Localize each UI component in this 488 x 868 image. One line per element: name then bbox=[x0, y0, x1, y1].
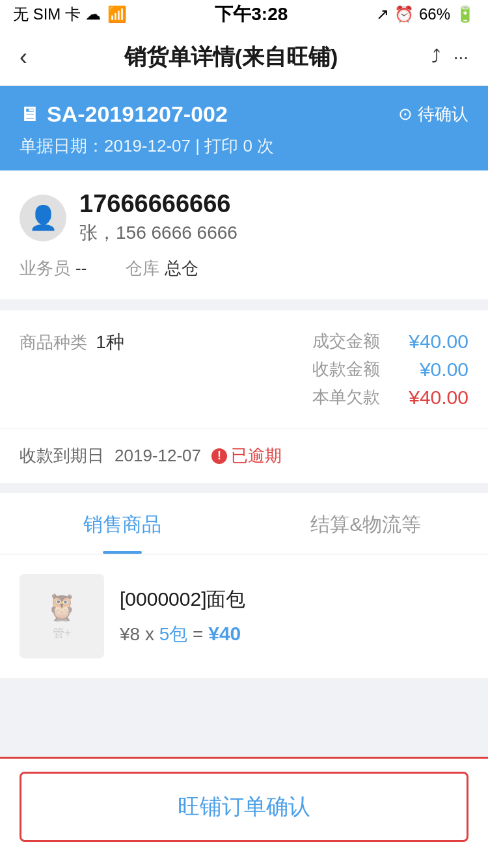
tab-products[interactable]: 销售商品 bbox=[0, 493, 244, 554]
location-icon: ↗ bbox=[376, 5, 389, 23]
product-thumbnail: 🦉 管+ bbox=[20, 574, 104, 658]
payment-label: 收款金额 bbox=[312, 358, 380, 381]
battery-icon: 🔋 bbox=[455, 5, 475, 23]
status-clock-icon: ⊙ bbox=[398, 104, 413, 124]
share-button[interactable]: ⤴ bbox=[431, 47, 441, 68]
more-button[interactable]: ··· bbox=[454, 47, 468, 68]
customer-phone: 17666666666 bbox=[79, 190, 237, 218]
avatar: 👤 bbox=[20, 195, 66, 241]
transaction-label: 成交金额 bbox=[312, 330, 380, 353]
debt-label: 本单欠款 bbox=[312, 386, 380, 409]
product-equals: = bbox=[193, 624, 208, 644]
salesperson-value: -- bbox=[75, 258, 87, 278]
order-icon: 🖥 bbox=[20, 103, 39, 126]
avatar-icon: 👤 bbox=[29, 204, 58, 232]
nav-actions: ⤴ ··· bbox=[403, 47, 468, 68]
thumb-inner: 🦉 管+ bbox=[46, 592, 78, 641]
order-id-section: 🖥 SA-20191207-002 bbox=[20, 102, 228, 127]
product-list: 🦉 管+ [0000002]面包 ¥8 x 5包 = ¥40 bbox=[0, 554, 488, 679]
battery-label: 66% bbox=[419, 5, 450, 23]
product-qty: 5包 bbox=[159, 624, 188, 644]
back-button[interactable]: ‹ bbox=[20, 44, 59, 71]
salesperson-label: 业务员 bbox=[20, 257, 70, 280]
tab-settlement-label: 结算&物流等 bbox=[310, 513, 421, 535]
transaction-amount: ¥40.00 bbox=[390, 331, 468, 353]
order-status-label: 待确认 bbox=[418, 103, 468, 126]
overdue-badge: ! 已逾期 bbox=[211, 444, 282, 467]
order-id-text: SA-20191207-002 bbox=[47, 102, 228, 127]
product-name: [0000002]面包 bbox=[120, 586, 468, 613]
product-info: [0000002]面包 ¥8 x 5包 = ¥40 bbox=[120, 586, 468, 647]
product-unit-price: ¥8 bbox=[120, 624, 140, 644]
order-status: ⊙ 待确认 bbox=[398, 103, 468, 126]
overdue-label: 已逾期 bbox=[231, 444, 282, 467]
tab-products-label: 销售商品 bbox=[83, 513, 161, 535]
order-date: 单据日期：2019-12-07 | 打印 0 次 bbox=[20, 135, 468, 157]
sim-label: 无 SIM 卡 ☁ bbox=[13, 4, 101, 25]
product-total: ¥40 bbox=[208, 623, 241, 644]
status-right: ↗ ⏰ 66% 🔋 bbox=[376, 5, 475, 23]
alarm-icon: ⏰ bbox=[394, 5, 414, 23]
warehouse-label: 仓库 bbox=[126, 257, 159, 280]
product-types-label: 商品种类 bbox=[20, 332, 87, 352]
page-title: 销货单详情(来自旺铺) bbox=[59, 42, 403, 72]
customer-name: 张，156 6666 6666 bbox=[79, 221, 237, 245]
product-price-row: ¥8 x 5包 = ¥40 bbox=[120, 622, 468, 647]
product-count: 1种 bbox=[96, 332, 124, 352]
tab-settlement[interactable]: 结算&物流等 bbox=[244, 493, 488, 554]
debt-amount: ¥40.00 bbox=[390, 387, 468, 409]
bottom-bar: 旺铺订单确认 bbox=[0, 757, 488, 868]
due-date-section: 收款到期日 2019-12-07 ! 已逾期 bbox=[0, 428, 488, 483]
customer-section: 👤 17666666666 张，156 6666 6666 业务员 -- 仓库 … bbox=[0, 170, 488, 299]
due-date-label: 收款到期日 bbox=[20, 444, 104, 467]
summary-section: 商品种类 1种 成交金额 ¥40.00 收款金额 ¥0.00 本单欠款 ¥40.… bbox=[0, 310, 488, 428]
product-thumb-icon: 🦉 bbox=[46, 592, 78, 623]
wifi-icon: 📶 bbox=[107, 5, 127, 23]
nav-bar: ‹ 销货单详情(来自旺铺) ⤴ ··· bbox=[0, 29, 488, 86]
order-header-banner: 🖥 SA-20191207-002 ⊙ 待确认 单据日期：2019-12-07 … bbox=[0, 86, 488, 170]
confirm-order-button[interactable]: 旺铺订单确认 bbox=[20, 772, 468, 842]
payment-amount: ¥0.00 bbox=[390, 359, 468, 381]
product-thumb-brand: 管+ bbox=[53, 625, 72, 641]
table-row: 🦉 管+ [0000002]面包 ¥8 x 5包 = ¥40 bbox=[0, 554, 488, 679]
status-time: 下午3:28 bbox=[215, 2, 288, 27]
status-left: 无 SIM 卡 ☁ 📶 bbox=[13, 4, 127, 25]
due-date-value: 2019-12-07 bbox=[115, 446, 201, 466]
warehouse-value: 总仓 bbox=[165, 257, 198, 280]
tabs-container: 销售商品 结算&物流等 bbox=[0, 493, 488, 554]
product-multiply: x bbox=[145, 624, 159, 644]
status-bar: 无 SIM 卡 ☁ 📶 下午3:28 ↗ ⏰ 66% 🔋 bbox=[0, 0, 488, 29]
overdue-icon: ! bbox=[211, 448, 227, 464]
